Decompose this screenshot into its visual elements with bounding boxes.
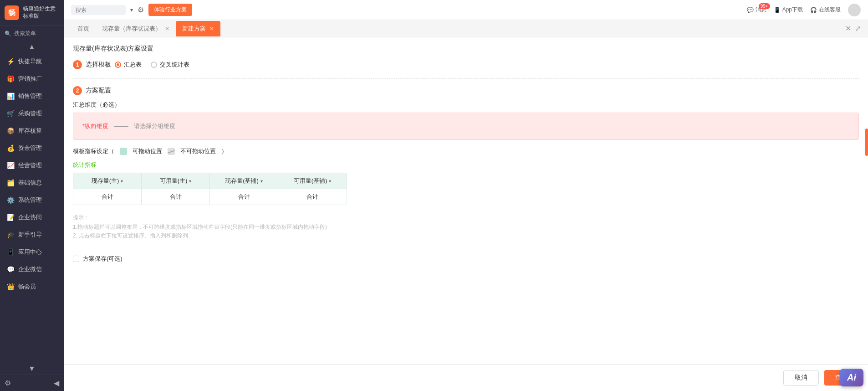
messages-badge: 99+: [759, 3, 770, 9]
tips-item-0: 1.拖动标题栏可以调整布局，不可跨维度或指标区域拖动栏目字段(只能在同一维度或指…: [73, 223, 859, 231]
trial-button[interactable]: 体验行业方案: [148, 4, 192, 16]
dimension-label: 汇总维度（必选）: [73, 101, 859, 109]
sidebar-item-marketing[interactable]: 🎁 营销推广: [0, 70, 64, 87]
topbar-dropdown-icon[interactable]: ▾: [130, 7, 133, 13]
online-service-button[interactable]: 🎧 在线客服: [810, 6, 841, 14]
col0-dropdown-arrow[interactable]: ▾: [121, 179, 123, 184]
col-current-main[interactable]: 现存量(主) ▾: [73, 173, 142, 189]
sidebar-item-wechat[interactable]: 💬 企业微信: [0, 261, 64, 278]
template-radio-group: 汇总表 交叉统计表: [115, 61, 189, 69]
inventory-icon: 📦: [6, 127, 15, 135]
system-icon: ⚙️: [6, 196, 15, 204]
cancel-button[interactable]: 取消: [783, 370, 819, 386]
topbar-right: 💬 消息 99+ 📱 App下载 🎧 在线客服: [747, 4, 861, 16]
tab-home[interactable]: 首页: [71, 21, 96, 36]
sidebar-item-appstore[interactable]: 📱 应用中心: [0, 243, 64, 261]
sidebar-item-sales[interactable]: 📊 销售管理: [0, 87, 64, 105]
sidebar-item-newbie[interactable]: 🎓 新手引导: [0, 226, 64, 243]
sidebar-item-purchase[interactable]: 🛒 采购管理: [0, 105, 64, 122]
window-expand-button[interactable]: ⤢: [855, 24, 861, 33]
user-avatar[interactable]: [848, 4, 861, 16]
search-icon: 🔍: [5, 31, 11, 37]
messages-button[interactable]: 💬 消息 99+: [747, 6, 766, 14]
sidebar-scroll-up[interactable]: ▲: [0, 41, 64, 53]
settings-button[interactable]: ⚙: [5, 379, 11, 387]
dimension-area[interactable]: *纵向维度 —— 请选择分组维度: [73, 113, 859, 140]
radio-summary-table[interactable]: 汇总表: [115, 61, 142, 69]
sidebar-item-finance[interactable]: 💰 资金管理: [0, 139, 64, 157]
section-choose-template: 1 选择模板 汇总表 交叉统计表: [73, 60, 859, 69]
col-available-aux[interactable]: 可用量(基辅) ▾: [278, 173, 347, 189]
sidebar-item-member[interactable]: 👑 畅会员: [0, 278, 64, 295]
collapse-sidebar-button[interactable]: ◀: [54, 379, 59, 387]
save-checkbox[interactable]: [73, 256, 79, 262]
sidebar-nav: ⚡ 快捷导航 🎁 营销推广 📊 销售管理 🛒 采购管理 📦 库存核算 💰 资金管…: [0, 53, 64, 363]
col3-dropdown-arrow[interactable]: ▾: [329, 179, 331, 184]
appstore-icon: 📱: [6, 248, 15, 256]
sidebar-scroll-down[interactable]: ▼: [0, 363, 64, 375]
tab-inventory-status[interactable]: 现存量（库存状况表） ✕: [96, 21, 176, 36]
footer-bar: 取消 查询: [64, 364, 868, 391]
operations-icon: 📈: [6, 161, 15, 170]
app-download-icon: 📱: [774, 7, 781, 13]
section-plan-config: 2 方案配置 汇总维度（必选） *纵向维度 —— 请选择分组维度 模板指标设定（: [73, 86, 859, 240]
col2-dropdown-arrow[interactable]: ▾: [260, 179, 263, 184]
tabbar: 首页 现存量（库存状况表） ✕ 新建方案 ✕ ✕ ⤢: [64, 20, 868, 37]
topbar-search-input[interactable]: [71, 5, 126, 15]
purchase-icon: 🛒: [6, 109, 15, 118]
section1-header: 1 选择模板 汇总表 交叉统计表: [73, 60, 859, 69]
tab-inventory-status-close[interactable]: ✕: [165, 26, 169, 32]
sidebar-item-system[interactable]: ⚙️ 系统管理: [0, 191, 64, 209]
radio-cross-circle: [151, 62, 157, 68]
sidebar-item-shortcut[interactable]: ⚡ 快捷导航: [0, 53, 64, 70]
tab-new-plan[interactable]: 新建方案 ✕: [176, 21, 220, 36]
indicator-settings-row: 模板指标设定（ 可拖动位置 不可拖动位置 ）: [73, 147, 859, 155]
app-logo: 畅: [5, 5, 19, 20]
save-option: 方案保存(可选): [73, 249, 859, 263]
draggable-badge: [120, 148, 127, 155]
headset-icon: 🎧: [810, 7, 817, 13]
content-area: 现存量(库存状况表)方案设置 1 选择模板 汇总表 交叉统计表: [64, 37, 868, 364]
radio-cross-table[interactable]: 交叉统计表: [151, 61, 189, 69]
topbar-settings-icon[interactable]: ⚙: [138, 5, 144, 14]
topbar: ▾ ⚙ 体验行业方案 💬 消息 99+ 📱 App下载 🎧 在线客服: [64, 0, 868, 20]
app-download-button[interactable]: 📱 App下载: [774, 6, 803, 14]
newbie-icon: 🎓: [6, 231, 15, 239]
sidebar-footer: ⚙ ◀: [0, 375, 64, 391]
sidebar-item-operations[interactable]: 📈 经营管理: [0, 157, 64, 174]
sidebar-item-basic[interactable]: 🗂️ 基础信息: [0, 174, 64, 191]
basic-icon: 🗂️: [6, 179, 15, 187]
stats-table-row: 合计 合计 合计 合计: [73, 189, 347, 205]
not-draggable-badge: [168, 148, 175, 155]
col-current-aux[interactable]: 现存量(基辅) ▾: [210, 173, 278, 189]
sidebar-header: 畅 畅康通好生意 标准版: [0, 0, 64, 26]
window-close-button[interactable]: ✕: [845, 24, 851, 33]
sidebar-search-item[interactable]: 🔍 搜索菜单: [0, 26, 64, 41]
finance-icon: 💰: [6, 144, 15, 152]
sales-icon: 📊: [6, 92, 15, 100]
sidebar-item-inventory[interactable]: 📦 库存核算: [0, 122, 64, 139]
marketing-icon: 🎁: [6, 75, 15, 83]
section2-number: 2: [73, 86, 82, 95]
dimension-required-label: *纵向维度: [82, 122, 108, 130]
cell-0: 合计: [73, 189, 142, 205]
resize-handle[interactable]: [865, 129, 868, 156]
col1-dropdown-arrow[interactable]: ▾: [189, 179, 191, 184]
tab-new-plan-close[interactable]: ✕: [209, 26, 214, 32]
section1-number: 1: [73, 60, 82, 69]
cell-2: 合计: [210, 189, 278, 205]
content-inner: 现存量(库存状况表)方案设置 1 选择模板 汇总表 交叉统计表: [64, 37, 868, 364]
sidebar-item-agreement[interactable]: 📝 企业协同: [0, 209, 64, 226]
dimension-placeholder: 请选择分组维度: [134, 122, 175, 130]
ai-badge[interactable]: Ai: [840, 369, 863, 386]
cell-1: 合计: [142, 189, 210, 205]
messages-icon: 💬: [747, 7, 754, 13]
section1-title: 选择模板: [86, 61, 111, 69]
col-available-main[interactable]: 可用量(主) ▾: [142, 173, 210, 189]
dimension-row: *纵向维度 —— 请选择分组维度: [82, 122, 849, 130]
agreement-icon: 📝: [6, 213, 15, 221]
tips-section: 提示： 1.拖动标题栏可以调整布局，不可跨维度或指标区域拖动栏目字段(只能在同一…: [73, 214, 859, 240]
section2-title: 方案配置: [86, 87, 111, 95]
cell-3: 合计: [278, 189, 347, 205]
section2-header: 2 方案配置: [73, 86, 859, 95]
